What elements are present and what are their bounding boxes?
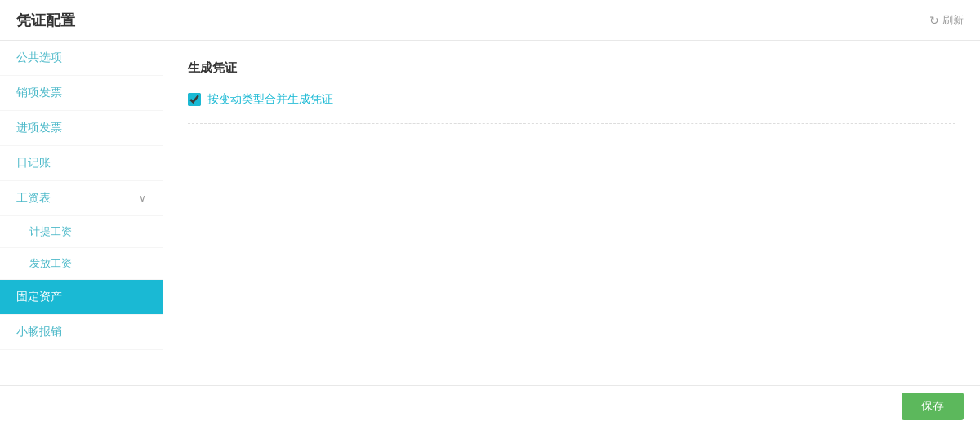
refresh-button[interactable]: ↻ 刷新: [929, 13, 964, 28]
sidebar-item-journal[interactable]: 日记账: [0, 146, 163, 181]
merge-by-type-label[interactable]: 按变动类型合并生成凭证: [207, 92, 333, 107]
page-header: 凭证配置 ↻ 刷新: [0, 0, 980, 41]
sidebar-item-sales-invoice[interactable]: 销项发票: [0, 76, 163, 111]
sidebar: 公共选项销项发票进项发票日记账工资表∨计提工资发放工资固定资产小畅报销: [0, 41, 163, 385]
sidebar-sub-item-payroll-accrual[interactable]: 计提工资: [0, 216, 163, 248]
sidebar-item-label: 固定资产: [16, 290, 62, 304]
sidebar-item-label: 销项发票: [16, 86, 62, 100]
sidebar-item-label: 日记账: [16, 156, 51, 171]
bottom-bar: 保存: [0, 385, 980, 426]
refresh-label: 刷新: [942, 13, 964, 28]
checkbox-row: 按变动类型合并生成凭证: [188, 92, 956, 107]
page-title: 凭证配置: [16, 11, 75, 30]
sidebar-item-label: 小畅报销: [16, 325, 62, 339]
sidebar-item-expense-report[interactable]: 小畅报销: [0, 315, 163, 350]
sidebar-item-fixed-assets[interactable]: 固定资产: [0, 280, 163, 315]
refresh-icon: ↻: [929, 14, 939, 27]
merge-by-type-checkbox[interactable]: [188, 93, 201, 106]
section-title: 生成凭证: [188, 60, 956, 76]
sidebar-item-label: 公共选项: [16, 51, 62, 65]
main-content: 公共选项销项发票进项发票日记账工资表∨计提工资发放工资固定资产小畅报销 生成凭证…: [0, 41, 980, 385]
save-button[interactable]: 保存: [902, 393, 964, 420]
sidebar-item-label: 进项发票: [16, 121, 62, 135]
sidebar-item-label: 工资表: [16, 191, 51, 206]
sidebar-item-purchase-invoice[interactable]: 进项发票: [0, 111, 163, 146]
content-area: 生成凭证 按变动类型合并生成凭证: [163, 41, 980, 385]
section-divider: [188, 123, 956, 124]
sidebar-item-payroll[interactable]: 工资表∨: [0, 181, 163, 216]
sidebar-sub-item-payroll-distribute[interactable]: 发放工资: [0, 248, 163, 280]
chevron-down-icon: ∨: [139, 193, 146, 204]
sidebar-item-public-options[interactable]: 公共选项: [0, 41, 163, 76]
